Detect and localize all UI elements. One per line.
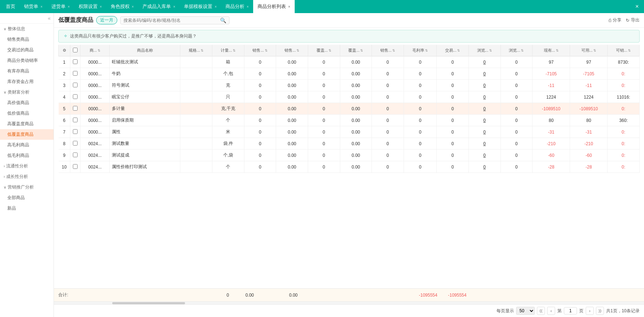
info-banner: ✧ 这类商品只有很少客户购买过，是推广不够，还是商品本身问题？ [58, 30, 640, 43]
cell-view1[interactable]: 0 [468, 115, 500, 126]
next-page-button[interactable]: › [586, 307, 594, 315]
horizontal-scrollbar[interactable] [54, 301, 644, 304]
cell-sales-amt: 0.00 [276, 150, 308, 161]
cell-unit: 米 [212, 126, 244, 138]
sidebar-item-stocked-goods[interactable]: 有库存商品 [0, 66, 54, 76]
search-icon[interactable]: 🔍 [220, 17, 226, 23]
sidebar-section-circulation[interactable]: › 流通性分析 [0, 161, 54, 171]
per-page-select[interactable]: 50 20 100 [516, 307, 535, 315]
sidebar-item-all-goods[interactable]: 全部商品 [0, 193, 54, 203]
cell-check[interactable] [70, 68, 80, 80]
sidebar-collapse-btn[interactable]: « [48, 15, 51, 21]
sidebar-item-stock-capital[interactable]: 库存资金占用 [0, 76, 54, 87]
cell-view1[interactable]: 0 [468, 150, 500, 161]
th-code: 商...⇅ [80, 45, 110, 56]
sidebar-section-wealth[interactable]: ∨ 类财富分析 [0, 87, 54, 98]
nav-tab-finished-close[interactable]: × [173, 5, 175, 9]
cell-view1[interactable]: 0 [468, 161, 500, 173]
row-checkbox[interactable] [73, 59, 78, 64]
row-checkbox[interactable] [73, 129, 78, 134]
share-button[interactable]: ⎙ 分享 [609, 17, 621, 23]
cell-check[interactable] [70, 150, 80, 161]
section-arrow-circulation: › [4, 164, 5, 168]
cell-view1[interactable]: 0 [468, 91, 500, 103]
first-page-button[interactable]: ⟨⟨ [537, 307, 545, 315]
cell-view1[interactable]: 0 [468, 103, 500, 115]
cell-view1[interactable]: 0 [468, 56, 500, 68]
cell-spec [180, 126, 212, 138]
cell-margin: 0 [404, 126, 437, 138]
nav-tab-analysis-list-close[interactable]: × [288, 5, 290, 9]
export-button[interactable]: ↻ 导出 [626, 17, 640, 23]
row-checkbox[interactable] [73, 71, 78, 76]
th-check[interactable] [70, 45, 80, 56]
nav-tab-home[interactable]: 首页 [1, 0, 20, 13]
cell-margin: 0 [404, 161, 437, 173]
row-checkbox[interactable] [73, 164, 78, 169]
th-view1: 浏览...⇅ [468, 45, 500, 56]
nav-tab-purchase[interactable]: 进货单 × [47, 0, 74, 13]
prev-page-button[interactable]: ‹ [547, 307, 555, 315]
row-checkbox[interactable] [73, 118, 78, 122]
cell-check[interactable] [70, 80, 80, 91]
nav-tab-purchase-close[interactable]: × [68, 5, 70, 9]
cell-check[interactable] [70, 126, 80, 138]
sidebar-item-sales-goods[interactable]: 销售类商品 [0, 34, 54, 45]
nav-tab-template-close[interactable]: × [215, 5, 217, 9]
cell-view2: 0 [500, 56, 533, 68]
row-checkbox[interactable] [73, 94, 78, 99]
cell-view1[interactable]: 0 [468, 138, 500, 150]
sidebar-item-high-margin[interactable]: 高毛利商品 [0, 140, 54, 150]
th-gear[interactable]: ⚙ [59, 45, 70, 56]
cell-check[interactable] [70, 115, 80, 126]
cell-sales3: 0 [372, 115, 404, 126]
sidebar-item-new-goods[interactable]: 新品 [0, 203, 54, 214]
cell-view1[interactable]: 0 [468, 68, 500, 80]
sidebar-item-low-value[interactable]: 低价值商品 [0, 108, 54, 119]
cell-check[interactable] [70, 138, 80, 150]
nav-tab-analysis[interactable]: 商品分析 × [221, 0, 253, 13]
nav-tab-analysis-list[interactable]: 商品分析列表 × [253, 0, 295, 13]
cell-check[interactable] [70, 56, 80, 68]
nav-tab-sales[interactable]: 销货单 × [20, 0, 47, 13]
nav-tab-perms[interactable]: 权限设置 × [74, 0, 106, 13]
cell-check[interactable] [70, 161, 80, 173]
th-sales3: 销售...⇅ [372, 45, 404, 56]
cell-view2: 0 [500, 115, 533, 126]
cell-cover2: 0.00 [340, 56, 372, 68]
sidebar-section-overview[interactable]: ∨ 整体信息 [0, 24, 54, 34]
cell-view1[interactable]: 0 [468, 80, 500, 91]
cell-check[interactable] [70, 91, 80, 103]
sidebar-item-traded-goods[interactable]: 交易过的商品 [0, 45, 54, 55]
sidebar-item-high-coverage[interactable]: 高覆盖度商品 [0, 119, 54, 129]
sidebar-section-marketing[interactable]: ∨ 营销推广分析 [0, 182, 54, 193]
sidebar-item-category-rate[interactable]: 商品分类动销率 [0, 55, 54, 66]
row-checkbox[interactable] [73, 106, 78, 111]
period-button[interactable]: 近一月 [96, 16, 117, 24]
cell-view1[interactable]: 0 [468, 126, 500, 138]
row-checkbox[interactable] [73, 141, 78, 146]
sidebar-item-high-value[interactable]: 高价值商品 [0, 98, 54, 108]
row-checkbox[interactable] [73, 83, 78, 87]
sidebar-item-low-coverage[interactable]: 低覆盖度商品 [0, 129, 54, 140]
nav-tab-analysis-close[interactable]: × [247, 5, 249, 9]
nav-tab-perms-close[interactable]: × [100, 5, 102, 9]
sidebar-item-low-margin[interactable]: 低毛利商品 [0, 150, 54, 161]
nav-tab-finished[interactable]: 产成品入库单 × [138, 0, 180, 13]
page-input[interactable] [564, 307, 577, 314]
nav-tab-roles[interactable]: 角色授权 × [106, 0, 138, 13]
gear-icon[interactable]: ⚙ [61, 48, 68, 53]
nav-tab-finished-label: 产成品入库单 [142, 3, 171, 10]
select-all-checkbox[interactable] [73, 48, 78, 52]
row-checkbox[interactable] [73, 152, 78, 157]
nav-tab-roles-close[interactable]: × [132, 5, 134, 9]
sidebar-section-growth[interactable]: › 成长性分析 [0, 171, 54, 182]
cell-trade: 0 [437, 80, 469, 91]
search-input[interactable] [123, 18, 220, 23]
nav-tab-sales-close[interactable]: × [40, 5, 43, 9]
cell-sales3: 0 [372, 126, 404, 138]
close-all-button[interactable]: × [632, 0, 643, 13]
last-page-button[interactable]: ⟩⟩ [596, 307, 604, 315]
cell-check[interactable] [70, 103, 80, 115]
nav-tab-template[interactable]: 单据模板设置 × [180, 0, 221, 13]
